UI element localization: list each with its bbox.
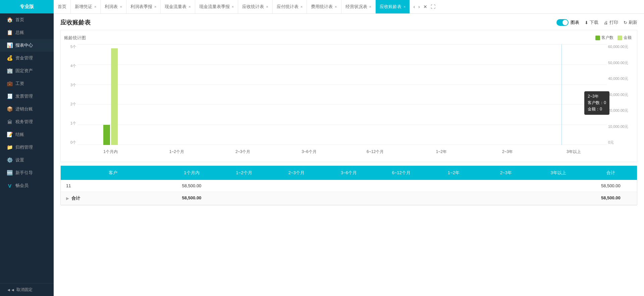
toggle-dot bbox=[562, 20, 568, 25]
tab-expense-stat[interactable]: 费用统计表 × bbox=[307, 0, 341, 13]
refresh-button[interactable]: ↻ 刷新 bbox=[624, 19, 637, 26]
cell-y12-11 bbox=[427, 180, 480, 192]
y-left-label-3: 3个 bbox=[70, 83, 76, 88]
sidebar-item-salary[interactable]: 💼 工资 bbox=[0, 77, 54, 90]
tab-cashflow-q[interactable]: 现金流量表季报 × bbox=[195, 0, 238, 13]
y-right-label-50k: 50,000.00元 bbox=[608, 60, 628, 65]
tab-biz-stat[interactable]: 经营状况表 × bbox=[341, 0, 376, 13]
print-button[interactable]: 🖨 打印 bbox=[604, 19, 618, 26]
bar-group-23year bbox=[475, 44, 541, 145]
tab-profit[interactable]: 利润表 × bbox=[101, 0, 126, 13]
x-label-3plus: 3年以上 bbox=[541, 145, 607, 158]
home-icon: 🏠 bbox=[7, 17, 13, 23]
y-right-label-30k: 30,000.00元 bbox=[608, 92, 628, 97]
sidebar-label-tax: 税务管理 bbox=[15, 119, 33, 125]
sidebar-item-ledger[interactable]: 📋 总账 bbox=[0, 26, 54, 39]
tab-biz-stat-close[interactable]: × bbox=[369, 5, 371, 9]
sidebar-label-vip: 畅会员 bbox=[15, 183, 29, 189]
download-icon: ⬇ bbox=[585, 20, 588, 25]
ledger-icon: 📋 bbox=[7, 30, 13, 36]
tab-ar-aging[interactable]: 应收账龄表 × bbox=[376, 0, 410, 13]
tab-profit-q-close[interactable]: × bbox=[154, 5, 156, 9]
bar-group-23month bbox=[210, 44, 276, 145]
y-axis-right: 60,000.00元 50,000.00元 40,000.00元 30,000.… bbox=[607, 44, 634, 145]
cell-total-y23 bbox=[480, 192, 532, 205]
chart-area: 账龄统计图 客户数 金额 5个 4个 3个 2个 1个 bbox=[60, 30, 637, 162]
sidebar-unpin[interactable]: ◄◄ 取消固定 bbox=[0, 283, 54, 296]
legend-customer-dot bbox=[595, 36, 600, 40]
col-header-m23: 2~3个月 bbox=[270, 166, 323, 180]
tab-profit-q[interactable]: 利润表季报 × bbox=[126, 0, 161, 13]
cell-m1-11: 58,500.00 bbox=[165, 180, 218, 192]
x-label-1month: 1个月内 bbox=[77, 145, 144, 158]
tab-ar-stat-close[interactable]: × bbox=[266, 5, 268, 9]
tab-cashflow-close[interactable]: × bbox=[189, 5, 191, 9]
tab-new-voucher-close[interactable]: × bbox=[94, 5, 96, 9]
bar-group-36month bbox=[276, 44, 342, 145]
page-header: 应收账龄表 图表 ⬇ 下载 🖨 打印 ↻ 刷新 bbox=[54, 14, 644, 30]
tab-close-all-button[interactable]: ✕ bbox=[422, 3, 429, 10]
sidebar-item-asset[interactable]: 🏢 固定资产 bbox=[0, 64, 54, 77]
tab-ap-stat[interactable]: 应付统计表 × bbox=[273, 0, 307, 13]
cell-total-m12 bbox=[218, 192, 270, 205]
sidebar-item-tax[interactable]: 🏛 税务管理 bbox=[0, 115, 54, 128]
table-row: 11 58,500.00 58,500.00 bbox=[61, 180, 637, 192]
fund-icon: 💰 bbox=[7, 55, 13, 61]
sidebar-item-invoice[interactable]: 🧾 发票管理 bbox=[0, 90, 54, 103]
archive-icon: 📁 bbox=[7, 144, 13, 150]
sidebar-label-ledger: 总账 bbox=[15, 30, 24, 36]
y-right-label-0: 0元 bbox=[608, 140, 614, 145]
tab-cashflow[interactable]: 现金流量表 × bbox=[161, 0, 195, 13]
tab-home[interactable]: 首页 bbox=[54, 0, 71, 13]
chart-toggle[interactable] bbox=[556, 19, 569, 26]
sidebar-label-guide: 新手引导 bbox=[15, 170, 33, 176]
tab-cashflow-label: 现金流量表 bbox=[165, 4, 186, 10]
tab-ap-stat-close[interactable]: × bbox=[301, 5, 303, 9]
x-axis: 1个月内 1~2个月 2~3个月 3~6个月 6~12个月 1~2年 2~3年 … bbox=[77, 145, 607, 158]
tab-expense-stat-close[interactable]: × bbox=[335, 5, 337, 9]
arrow-left-icon: ◄◄ bbox=[7, 288, 15, 292]
sidebar-item-home[interactable]: 🏠 首页 bbox=[0, 13, 54, 26]
tab-cashflow-q-close[interactable]: × bbox=[232, 5, 234, 9]
download-button[interactable]: ⬇ 下载 bbox=[585, 19, 598, 26]
page-title: 应收账龄表 bbox=[60, 18, 91, 27]
tab-profit-close[interactable]: × bbox=[120, 5, 122, 9]
col-header-m612: 6~12个月 bbox=[375, 166, 427, 180]
tab-expand-button[interactable]: ⛶ bbox=[429, 3, 437, 10]
tab-ar-stat-label: 应收统计表 bbox=[242, 4, 264, 10]
legend-amount: 金额 bbox=[618, 35, 632, 41]
sidebar-label-invoice: 发票管理 bbox=[15, 93, 33, 99]
print-label: 打印 bbox=[609, 19, 618, 26]
sidebar-item-settle[interactable]: 📝 结账 bbox=[0, 128, 54, 141]
sidebar-item-archive[interactable]: 📁 归档管理 bbox=[0, 141, 54, 154]
main-content: 首页 新增凭证 × 利润表 × 利润表季报 × 现金流量表 × 现金流量表季报 … bbox=[54, 0, 644, 296]
tab-new-voucher[interactable]: 新增凭证 × bbox=[71, 0, 101, 13]
col-header-total: 合计 bbox=[585, 166, 637, 180]
sidebar-label-report: 报表中心 bbox=[15, 42, 33, 48]
tab-prev-button[interactable]: ‹ bbox=[412, 3, 416, 10]
sidebar-item-stock[interactable]: 📦 进销台账 bbox=[0, 103, 54, 115]
sidebar-label-archive: 归档管理 bbox=[15, 144, 33, 150]
chart-toggle-switch[interactable]: 图表 bbox=[556, 19, 579, 26]
x-label-23month: 2~3个月 bbox=[210, 145, 276, 158]
tab-ar-aging-label: 应收账龄表 bbox=[380, 4, 401, 10]
chart-container: 5个 4个 3个 2个 1个 0个 bbox=[64, 44, 634, 158]
y-left-label-1: 1个 bbox=[70, 121, 76, 126]
sidebar-item-guide[interactable]: 🆕 新手引导 bbox=[0, 166, 54, 179]
y-right-label-10k: 10,000.00元 bbox=[608, 124, 628, 129]
x-label-23year: 2~3年 bbox=[475, 145, 541, 158]
sidebar-item-settings[interactable]: ⚙️ 设置 bbox=[0, 154, 54, 166]
settle-icon: 📝 bbox=[7, 132, 13, 138]
x-label-12month: 1~2个月 bbox=[144, 145, 210, 158]
y-left-label-4: 4个 bbox=[70, 63, 76, 68]
sidebar-item-vip[interactable]: V 畅会员 bbox=[0, 179, 54, 192]
sidebar-item-fund[interactable]: 💰 资金管理 bbox=[0, 52, 54, 64]
total-icon: ▶ bbox=[66, 196, 69, 200]
tab-ar-aging-close[interactable]: × bbox=[404, 5, 406, 9]
col-header-customer: 客户 bbox=[61, 166, 165, 180]
cell-total-11: 58,500.00 bbox=[585, 180, 637, 192]
tab-next-button[interactable]: › bbox=[417, 3, 421, 10]
sidebar-item-report[interactable]: 📊 报表中心 bbox=[0, 39, 54, 52]
tab-ar-stat[interactable]: 应收统计表 × bbox=[238, 0, 272, 13]
y-left-label-2: 2个 bbox=[70, 102, 76, 107]
